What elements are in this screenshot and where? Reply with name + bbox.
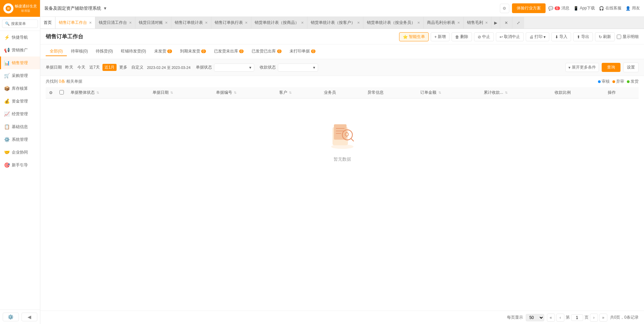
tab-sales-rate[interactable]: 销售毛利 ✕ [464, 17, 491, 29]
query-button[interactable]: 查询 [602, 63, 620, 72]
topbar-user[interactable]: 👤 用友 [626, 5, 640, 11]
select-all-checkbox[interactable] [59, 90, 64, 94]
star-icon: ⭐ [403, 35, 408, 39]
topbar-app-download[interactable]: 📱 App下载 [573, 5, 595, 11]
tab-gross-analysis[interactable]: 商品毛利分析表 ✕ [424, 17, 464, 29]
pagination: 每页显示 10 20 50 100 « ‹ 第 页 › » 共0页，0条记录 [40, 311, 644, 324]
page-last-button[interactable]: » [599, 314, 607, 322]
page-first-button[interactable]: « [547, 314, 555, 322]
filter-tab-all[interactable]: 全部(0) [46, 47, 67, 56]
tab-sales-by-product-close[interactable]: ✕ [301, 21, 304, 25]
filter-tab-shipped-out[interactable]: 已发货已出库 0 [248, 47, 286, 56]
tab-cash-reconcile[interactable]: 钱货日清对账 ✕ [135, 17, 171, 29]
sidebar-item-quick-nav[interactable]: ⚡ 快捷导航 [0, 31, 40, 44]
sidebar-item-marketing[interactable]: 📢 营销推广 [0, 44, 40, 56]
settings-button[interactable]: 设置 [623, 63, 639, 72]
table-quick-actions: 审核 弃审 发货 [598, 79, 639, 84]
tab-sales-stats-close[interactable]: ✕ [205, 21, 208, 25]
export-button[interactable]: ⬆ 导出 [573, 32, 593, 41]
th-checkbox [56, 87, 67, 98]
search-row-main: 单据日期 昨天 今天 近7天 近1月 更多 自定义 2023-02-24 至 2… [46, 63, 639, 72]
tab-cash-daily[interactable]: 钱货日清工作台 ✕ [95, 17, 135, 29]
print-button[interactable]: 🖨 打印 ▾ [526, 32, 549, 41]
sidebar-item-purchase[interactable]: 🛒 采购管理 [0, 69, 40, 82]
payment-select[interactable]: ▾ [278, 64, 318, 72]
tab-sales-exec[interactable]: 销售订单执行表 ✕ [211, 17, 251, 29]
refresh-button[interactable]: ↻ 刷新 [595, 32, 615, 41]
cancel-stop-button[interactable]: ↩ 取消中止 [496, 32, 524, 41]
tab-sales-by-customer-close[interactable]: ✕ [357, 21, 360, 25]
tab-sales-workbench[interactable]: 销售订单工作台 ✕ [55, 17, 95, 29]
filter-tab-shipped-not-out[interactable]: 已发货未出库 0 [210, 47, 248, 56]
stop-button[interactable]: ⊘ 中止 [474, 32, 494, 41]
revoke-action-btn[interactable]: 弃审 [612, 79, 624, 84]
page-number-input[interactable] [571, 314, 583, 321]
search-menu-button[interactable]: 🔍 搜索菜单 [2, 19, 38, 28]
th-settings: ⚙ [46, 87, 56, 98]
total-records-text: 共0页，0条记录 [610, 315, 639, 320]
tab-sales-by-staff[interactable]: 销货单统计表（按业务员） ✕ [363, 17, 424, 29]
date-opt-custom[interactable]: 自定义 [130, 64, 145, 71]
filter-tab-wangpu[interactable]: 旺铺待发货(0) [117, 47, 150, 56]
collab-icon: 🤝 [4, 149, 10, 155]
tab-home[interactable]: 首页 [40, 17, 55, 29]
system-dropdown-button[interactable]: ▼ [103, 6, 107, 11]
sidebar-item-sales[interactable]: 📊 销售管理 [0, 56, 40, 69]
tab-sales-by-product[interactable]: 销货单统计表（按商品） ✕ [251, 17, 307, 29]
delete-button[interactable]: 🗑 删除 [452, 32, 472, 41]
tab-sales-stats[interactable]: 销售订单统计表 ✕ [171, 17, 211, 29]
table-header: ⚙ 单据整体状态 ⇅ 单据日期 ⇅ 单据编号 ⇅ [46, 87, 639, 98]
sidebar-item-operations[interactable]: 📈 经营管理 [0, 108, 40, 120]
tab-sales-by-staff-close[interactable]: ✕ [417, 21, 420, 25]
sidebar-settings-button[interactable]: ⚙️ [3, 313, 19, 321]
operations-icon: 📈 [4, 111, 10, 117]
filter-tab-not-printed[interactable]: 未打印单据 0 [286, 47, 319, 56]
tab-cash-daily-close[interactable]: ✕ [129, 21, 132, 25]
sidebar-item-collab[interactable]: 🤝 企业协同 [0, 146, 40, 159]
status-select[interactable]: ▾ [214, 64, 254, 72]
detail-checkbox[interactable] [617, 35, 621, 39]
ship-action-btn[interactable]: 发货 [627, 79, 639, 84]
tab-close-all-button[interactable]: ✕ [500, 17, 512, 29]
sidebar-item-finance[interactable]: 💰 资金管理 [0, 95, 40, 108]
industry-solution-button[interactable]: 体验行业方案 [512, 3, 546, 13]
import-button[interactable]: ⬇ 导入 [551, 32, 571, 41]
export-icon: ⬆ [577, 35, 580, 39]
tab-gross-analysis-close[interactable]: ✕ [457, 21, 460, 25]
th-ratio: 收款比例 [551, 87, 604, 98]
date-opt-7days[interactable]: 近7天 [88, 64, 101, 71]
sidebar-item-system[interactable]: ⚙️ 系统管理 [0, 133, 40, 146]
tab-cash-reconcile-close[interactable]: ✕ [165, 21, 168, 25]
tab-maximize-button[interactable]: ⤢ [512, 17, 524, 29]
tab-more-button[interactable]: ▶ [491, 17, 500, 29]
smart-create-button[interactable]: ⭐ 智能生单 [399, 32, 429, 41]
app-icon: 📱 [573, 6, 578, 11]
topbar-message[interactable]: 💬 6 消息 [548, 5, 569, 11]
sidebar-item-base-info[interactable]: 📋 基础信息 [0, 120, 40, 133]
date-opt-more[interactable]: 更多 [118, 64, 129, 71]
filter-tab-expired[interactable]: 到期未发货 0 [176, 47, 210, 56]
date-opt-today[interactable]: 今天 [76, 64, 87, 71]
tab-sales-workbench-close[interactable]: ✕ [89, 21, 92, 25]
filter-tab-pending-review[interactable]: 待审核(0) [67, 47, 92, 56]
tab-sales-by-customer[interactable]: 销货单统计表（按客户） ✕ [307, 17, 363, 29]
date-opt-1month[interactable]: 近1月 [102, 64, 117, 71]
page-next-button[interactable]: › [590, 314, 598, 322]
page-prev-button[interactable]: ‹ [556, 314, 564, 322]
filter-tab-not-shipped[interactable]: 未发货 0 [150, 47, 176, 56]
sidebar-collapse-button[interactable]: ◀ [22, 313, 38, 321]
expand-conditions-button[interactable]: ▾ 展开更多条件 [565, 63, 599, 72]
topbar-gear-button[interactable]: ⚙ [500, 4, 509, 13]
date-opt-yesterday[interactable]: 昨天 [64, 64, 75, 71]
review-action-btn[interactable]: 审核 [598, 79, 610, 84]
tab-sales-exec-close[interactable]: ✕ [245, 21, 248, 25]
tab-sales-rate-close[interactable]: ✕ [485, 21, 488, 25]
sidebar-item-guide[interactable]: 🎯 新手引导 [0, 159, 40, 171]
inventory-icon: 📦 [4, 85, 10, 91]
sidebar-item-inventory[interactable]: 📦 库存核算 [0, 82, 40, 95]
add-button[interactable]: + 新增 [431, 32, 449, 41]
detail-toggle[interactable]: 显示明细 [617, 34, 639, 40]
filter-tab-pending-pickup[interactable]: 待拣货(0) [92, 47, 117, 56]
topbar-online-service[interactable]: 🎧 在线客服 [599, 5, 621, 11]
per-page-select[interactable]: 10 20 50 100 [526, 314, 544, 321]
